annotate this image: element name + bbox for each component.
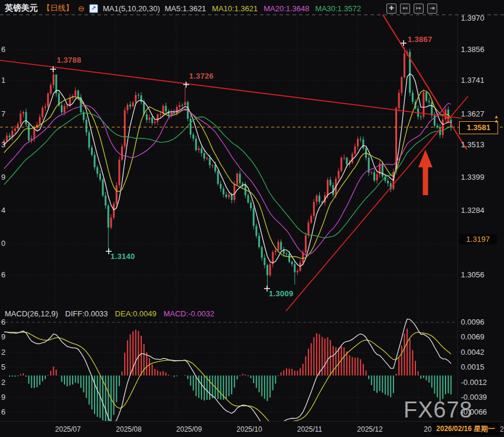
date-axis-label: 2025/11 <box>297 425 323 433</box>
clipped-price-label: 4 <box>1 206 5 215</box>
clipped-macd-label: 5 <box>1 362 5 371</box>
price-axis-label: 1.3970 <box>461 14 485 22</box>
ma30-value: MA30:1.3572 <box>316 4 361 13</box>
price-annotation: 1.3726 <box>189 72 214 80</box>
trading-chart-window: 英镑美元 【日线】 ⊖ ↗ MA1(5,10,20,30) MA5:1.3621… <box>0 0 504 437</box>
ma-values-group: MA5:1.3621MA10:1.3621MA20:1.3648MA30:1.3… <box>165 4 367 13</box>
dea-value: DEA:0.0049 <box>115 309 157 318</box>
macd-header: MACD(26,12,9) DIFF:0.0033DEA:0.0049MACD:… <box>5 309 222 318</box>
ma10-value: MA10:1.3621 <box>212 4 258 13</box>
candlestick-series <box>4 47 452 288</box>
ma5-line <box>4 74 451 267</box>
price-axis-label: 1.3056 <box>461 270 485 279</box>
price-axis-label: 1.3513 <box>461 140 485 149</box>
current-date-tag: 2026/02/16 星期一 <box>431 423 500 435</box>
clipped-macd-label: 2 <box>1 378 5 387</box>
diff-line <box>4 319 451 433</box>
descending-resistance-line[interactable] <box>0 60 462 118</box>
macd-axis-label: 0.0069 <box>461 332 485 341</box>
clipped-price-label: 0 <box>1 239 5 248</box>
price-axis-label: 1.3399 <box>461 173 485 182</box>
main-chart-header: 英镑美元 【日线】 ⊖ ↗ MA1(5,10,20,30) MA5:1.3621… <box>5 3 367 14</box>
macd-value: MACD:-0.0032 <box>164 309 214 318</box>
date-axis-label: 2025/12 <box>357 425 382 433</box>
price-axis-label: 1.3284 <box>461 206 485 215</box>
date-axis-label: 2025/08 <box>116 425 141 433</box>
clipped-macd-label: 9 <box>1 332 5 341</box>
ma-settings-label: MA1(5,10,20,30) <box>103 4 160 13</box>
clipped-price-label: 6 <box>1 45 5 54</box>
date-axis-label: 20 <box>424 425 431 433</box>
price-axis-label: 1.3627 <box>461 109 485 118</box>
bullish-arrow-annotation <box>418 150 433 195</box>
macd-values-group: DIFF:0.0033DEA:0.0049MACD:-0.0032 <box>65 309 221 318</box>
date-axis-label: 2025/10 <box>236 425 262 433</box>
clipped-macd-label: 2 <box>1 348 5 357</box>
price-annotation: 1.3788 <box>57 56 82 64</box>
macd-axis-label: 0.0096 <box>461 318 485 326</box>
fit-chart-icon[interactable]: ⇥ <box>427 4 437 14</box>
clipped-price-label: 1 <box>1 76 5 85</box>
symbol-title: 英镑美元 <box>5 3 38 14</box>
gridlines-layer <box>0 15 504 421</box>
clipped-price-label: 6 <box>1 270 5 279</box>
macd-settings-label: MACD(26,12,9) <box>5 309 58 318</box>
macd-panel <box>4 319 451 433</box>
collapse-icon[interactable]: ⊖ <box>78 4 84 13</box>
macd-axis-label: -0.0012 <box>461 378 487 387</box>
macd-axis-label: 0.0042 <box>461 348 485 357</box>
date-axis-label: 2025/09 <box>176 425 201 433</box>
price-axis-label: 1.3741 <box>461 76 485 85</box>
chart-canvas[interactable] <box>0 0 504 437</box>
price-scale-arrows-icon[interactable]: ▲▲ <box>494 115 499 124</box>
indicator-chart-icon: ↗ <box>89 4 98 13</box>
period-label: 【日线】 <box>43 3 73 14</box>
scale-right-icon[interactable]: ↦ <box>414 4 424 14</box>
chart-toolbar: ✚↤↦⇥ <box>386 4 437 14</box>
extreme-cross-markers <box>50 40 407 292</box>
pan-icon[interactable]: ✚ <box>386 4 396 14</box>
clipped-price-label: 9 <box>1 173 5 182</box>
price-annotation: 1.3009 <box>269 289 294 298</box>
macd-axis-label: 0.0015 <box>461 362 485 371</box>
price-axis-label: 1.3856 <box>461 45 485 54</box>
price-annotation: 1.3867 <box>408 35 433 44</box>
ma5-value: MA5:1.3621 <box>165 4 206 13</box>
current-price-tag: 1.3581 <box>459 121 498 134</box>
diff-value: DIFF:0.0033 <box>65 309 108 318</box>
watermark: FX678 <box>404 397 473 423</box>
scale-left-icon[interactable]: ↤ <box>400 4 410 14</box>
clipped-macd-label: 9 <box>1 393 5 402</box>
clipped-price-label: 7 <box>1 109 5 118</box>
price-annotation: 1.3140 <box>110 252 135 261</box>
clipped-macd-label: 6 <box>1 407 5 416</box>
clipped-price-label: 3 <box>1 140 5 149</box>
ma20-value: MA20:1.3648 <box>264 4 309 13</box>
low-price-tag: 1.3197 <box>459 234 497 244</box>
date-axis-label: 2025/07 <box>55 425 80 433</box>
clipped-axis-label: 2 <box>500 425 504 433</box>
clipped-macd-label: 6 <box>1 318 5 326</box>
